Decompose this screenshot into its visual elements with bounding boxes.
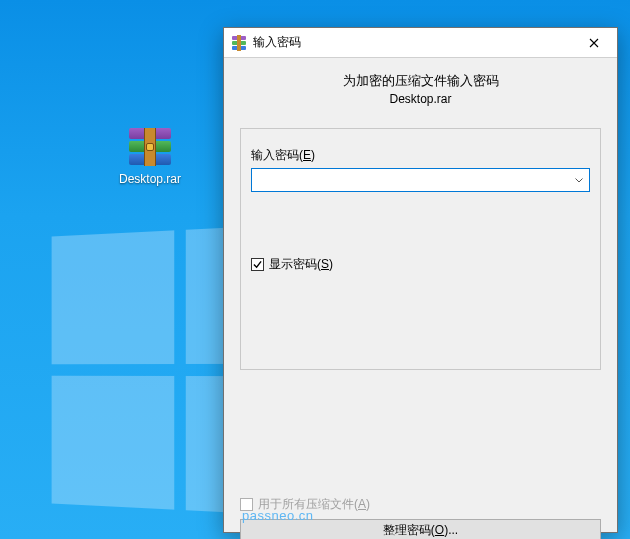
use-for-all-checkbox bbox=[240, 498, 253, 511]
rar-archive-icon bbox=[126, 128, 174, 166]
use-for-all-row: 用于所有压缩文件(A) bbox=[240, 496, 601, 513]
titlebar: 输入密码 bbox=[224, 28, 617, 58]
close-button[interactable] bbox=[571, 28, 617, 58]
show-password-row: 显示密码(S) bbox=[251, 256, 590, 273]
winrar-icon bbox=[231, 35, 247, 51]
header-instruction: 为加密的压缩文件输入密码 bbox=[240, 72, 601, 90]
show-password-checkbox[interactable] bbox=[251, 258, 264, 271]
password-dialog: 输入密码 为加密的压缩文件输入密码 Desktop.rar 输入密码(E) bbox=[223, 27, 618, 533]
password-input[interactable] bbox=[251, 168, 590, 192]
password-label: 输入密码(E) bbox=[251, 147, 590, 164]
organize-passwords-button[interactable]: 整理密码(O)... bbox=[240, 519, 601, 539]
password-group: 输入密码(E) 显示密码(S) bbox=[240, 128, 601, 370]
header-filename: Desktop.rar bbox=[240, 92, 601, 106]
chevron-down-icon bbox=[575, 178, 583, 183]
password-dropdown-button[interactable] bbox=[569, 169, 589, 191]
dialog-title: 输入密码 bbox=[253, 34, 301, 51]
desktop-file-icon[interactable]: Desktop.rar bbox=[110, 128, 190, 186]
desktop-file-label: Desktop.rar bbox=[110, 172, 190, 186]
close-icon bbox=[589, 38, 599, 48]
dialog-body: 为加密的压缩文件输入密码 Desktop.rar 输入密码(E) 显示密码(S) bbox=[224, 58, 617, 539]
check-icon bbox=[253, 260, 262, 269]
use-for-all-label: 用于所有压缩文件(A) bbox=[258, 496, 370, 513]
show-password-label: 显示密码(S) bbox=[269, 256, 333, 273]
options-group: 用于所有压缩文件(A) 整理密码(O)... bbox=[240, 432, 601, 539]
